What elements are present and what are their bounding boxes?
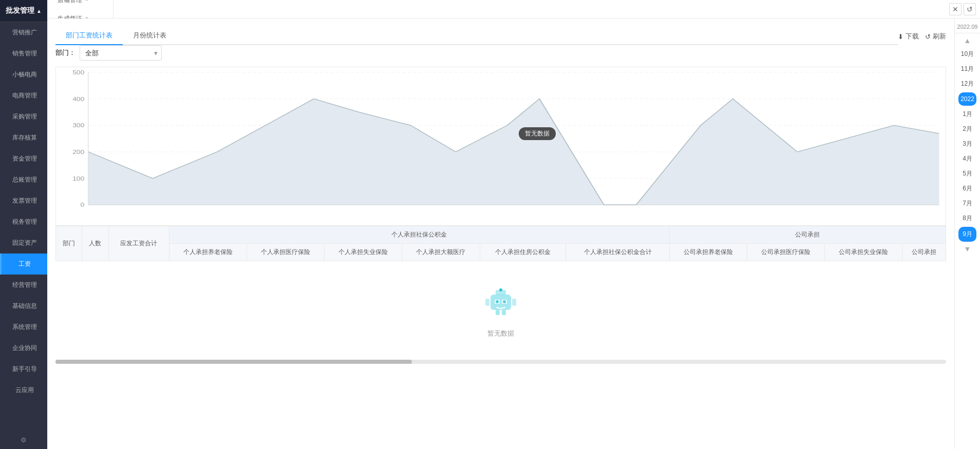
date-item-1月[interactable]: 1月 xyxy=(956,107,978,122)
sidebar-item-经营管理[interactable]: 经营管理 xyxy=(0,275,47,296)
sidebar-header: 批发管理 ▲ xyxy=(0,0,47,22)
chart-svg: 0 100 200 300 400 500 xyxy=(56,67,946,225)
col-c-pension: 公司承担养老保险 xyxy=(669,244,747,261)
svg-text:500: 500 xyxy=(72,69,84,75)
sidebar-toggle-icon[interactable]: ▲ xyxy=(36,8,42,14)
svg-text:400: 400 xyxy=(72,96,84,102)
sidebar-item-库存核算[interactable]: 库存核算 xyxy=(0,127,47,148)
empty-text: 暂无数据 xyxy=(487,329,514,338)
tab-label: 店铺管理 xyxy=(58,0,82,9)
svg-point-23 xyxy=(496,300,499,303)
sub-tab-部门工资统计表[interactable]: 部门工资统计表 xyxy=(55,27,123,45)
data-table: 部门 人数 应发工资合计 个人承担社保公积金 公司承担 个人承担养老保险 个人承… xyxy=(55,226,946,261)
date-item-5月[interactable]: 5月 xyxy=(956,166,978,181)
date-item-10月[interactable]: 10月 xyxy=(956,47,978,62)
filter-row: 部门： 全部 xyxy=(55,45,946,61)
page-content: 部门工资统计表月份统计表 ⬇ 下载 ↺ 刷新 部门： xyxy=(47,18,954,449)
horizontal-scrollbar[interactable] xyxy=(55,360,946,364)
tab-店铺管理[interactable]: 店铺管理× xyxy=(51,0,114,9)
dept-label: 部门： xyxy=(55,48,76,57)
empty-robot-icon xyxy=(480,282,521,323)
svg-rect-19 xyxy=(485,299,489,306)
col-c-etc: 公司承担 xyxy=(902,244,946,261)
svg-rect-17 xyxy=(496,310,500,315)
svg-text:300: 300 xyxy=(72,123,84,129)
date-item-2月[interactable]: 2月 xyxy=(956,122,978,136)
date-panel-header: 2022.09 xyxy=(955,21,980,33)
date-item-3月[interactable]: 3月 xyxy=(956,136,978,151)
reload-button[interactable]: ↺ xyxy=(964,3,976,15)
date-item-7月[interactable]: 7月 xyxy=(956,196,978,211)
tab-bar-right: ✕ ↺ xyxy=(949,3,976,15)
sidebar-item-企业协同[interactable]: 企业协同 xyxy=(0,338,47,359)
date-item-12月[interactable]: 12月 xyxy=(956,76,978,91)
col-c-unemploy: 公司承担失业保险 xyxy=(825,244,902,261)
col-p-bigmedical: 个人承担大额医疗 xyxy=(402,244,480,261)
tab-close-icon[interactable]: × xyxy=(85,0,88,9)
svg-point-22 xyxy=(499,288,502,291)
sidebar-item-工资[interactable]: 工资 xyxy=(0,253,47,275)
sidebar-item-税务管理[interactable]: 税务管理 xyxy=(0,211,47,232)
sidebar: 批发管理 ▲ 营销推广销售管理小畅电商电商管理采购管理库存核算资金管理总账管理发… xyxy=(0,0,47,449)
dept-filter: 部门： 全部 xyxy=(55,45,162,61)
col-dept: 部门 xyxy=(56,226,82,261)
content-area: 部门工资统计表月份统计表 ⬇ 下载 ↺ 刷新 部门： xyxy=(47,18,980,449)
chart-container: 0 100 200 300 400 500 暂无数据 xyxy=(55,67,946,226)
sidebar-item-电商管理[interactable]: 电商管理 xyxy=(0,85,47,106)
date-item-6月[interactable]: 6月 xyxy=(956,181,978,196)
dept-select[interactable]: 全部 xyxy=(80,45,162,61)
sidebar-item-营销推广[interactable]: 营销推广 xyxy=(0,22,47,43)
date-item-4月[interactable]: 4月 xyxy=(956,151,978,166)
empty-state: 暂无数据 xyxy=(55,261,946,359)
svg-point-24 xyxy=(503,300,506,303)
sidebar-title: 批发管理 xyxy=(6,6,34,15)
svg-rect-18 xyxy=(502,310,506,315)
date-panel-up-arrow[interactable]: ▲ xyxy=(962,34,973,47)
svg-text:0: 0 xyxy=(81,202,85,208)
sidebar-item-销售管理[interactable]: 销售管理 xyxy=(0,43,47,64)
refresh-button[interactable]: ↺ 刷新 xyxy=(925,32,946,41)
col-group-company: 公司承担 xyxy=(669,226,946,244)
sub-tabs: 部门工资统计表月份统计表 xyxy=(55,27,898,45)
svg-rect-14 xyxy=(491,295,511,310)
date-panel: 2022.09 ▲ 10月11月12月20221月2月3月4月5月6月7月8月9… xyxy=(954,18,980,449)
scroll-thumb[interactable] xyxy=(55,360,412,364)
col-people: 人数 xyxy=(82,226,108,261)
sub-tab-月份统计表[interactable]: 月份统计表 xyxy=(123,27,177,45)
date-panel-items: 10月11月12月20221月2月3月4月5月6月7月8月9月 xyxy=(956,47,978,243)
col-p-housing: 个人承担住房公积金 xyxy=(480,244,566,261)
col-p-total: 个人承担社保公积金合计 xyxy=(566,244,669,261)
sidebar-item-资金管理[interactable]: 资金管理 xyxy=(0,148,47,169)
sidebar-items: 营销推广销售管理小畅电商电商管理采购管理库存核算资金管理总账管理发票管理税务管理… xyxy=(0,22,47,401)
date-item-8月[interactable]: 8月 xyxy=(956,211,978,226)
svg-rect-20 xyxy=(512,299,516,306)
date-item-2022[interactable]: 2022 xyxy=(958,92,976,106)
col-group-personal: 个人承担社保公积金 xyxy=(169,226,669,244)
tab-bar: 首页门店商品目录×销售单×店铺管理×生成凭证×应收应付调整单×工资表×工资统计报… xyxy=(47,0,980,18)
sidebar-item-固定资产[interactable]: 固定资产 xyxy=(0,232,47,253)
svg-text:100: 100 xyxy=(72,175,84,182)
sidebar-item-新手引导[interactable]: 新手引导 xyxy=(0,359,47,380)
sidebar-item-采购管理[interactable]: 采购管理 xyxy=(0,106,47,127)
download-icon: ⬇ xyxy=(898,33,903,41)
sidebar-item-云应用[interactable]: 云应用 xyxy=(0,380,47,401)
sidebar-item-发票管理[interactable]: 发票管理 xyxy=(0,190,47,211)
date-item-11月[interactable]: 11月 xyxy=(956,62,978,76)
sidebar-item-基础信息[interactable]: 基础信息 xyxy=(0,296,47,317)
dept-select-wrapper: 全部 xyxy=(80,45,162,61)
download-button[interactable]: ⬇ 下载 xyxy=(898,32,919,41)
sidebar-item-总账管理[interactable]: 总账管理 xyxy=(0,169,47,190)
refresh-icon: ↺ xyxy=(925,33,931,41)
sidebar-item-小畅电商[interactable]: 小畅电商 xyxy=(0,64,47,85)
svg-marker-13 xyxy=(88,99,939,205)
col-p-unemploy: 个人承担失业保险 xyxy=(325,244,402,261)
sidebar-item-系统管理[interactable]: 系统管理 xyxy=(0,317,47,338)
date-item-9月[interactable]: 9月 xyxy=(958,227,976,242)
table-wrapper: 部门 人数 应发工资合计 个人承担社保公积金 公司承担 个人承担养老保险 个人承… xyxy=(55,226,946,364)
download-label: 下载 xyxy=(906,32,919,41)
settings-button[interactable]: ⚙ xyxy=(0,431,47,449)
refresh-label: 刷新 xyxy=(933,32,946,41)
date-panel-down-arrow[interactable]: ▼ xyxy=(962,243,973,255)
close-all-button[interactable]: ✕ xyxy=(949,3,962,15)
col-p-medical: 个人承担医疗保险 xyxy=(247,244,324,261)
